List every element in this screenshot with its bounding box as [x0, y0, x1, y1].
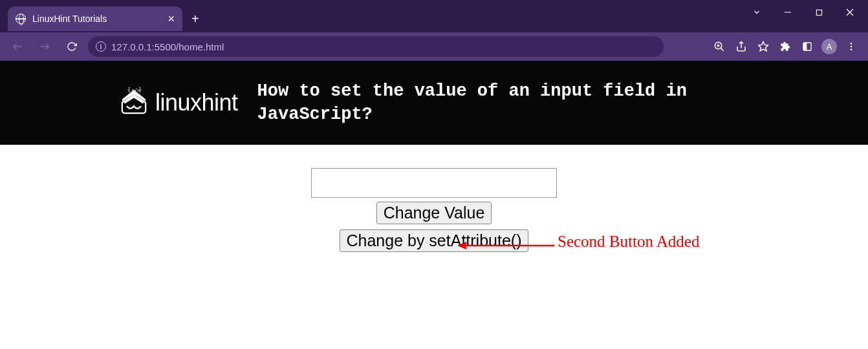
svg-text:{: {	[127, 87, 131, 93]
zoom-icon[interactable]	[709, 36, 730, 57]
logo-text: linuxhint	[155, 89, 238, 116]
page-header: { </> } linuxhint How to set the value o…	[0, 61, 868, 145]
logo: { </> } linuxhint	[115, 83, 238, 123]
new-tab-button[interactable]: +	[191, 12, 199, 26]
svg-point-15	[851, 46, 852, 48]
site-info-icon[interactable]: i	[96, 41, 106, 52]
profile-avatar[interactable]: A	[819, 36, 840, 57]
svg-point-14	[851, 43, 852, 45]
browser-titlebar: LinuxHint Tutorials × +	[0, 0, 868, 32]
chevron-down-icon[interactable]	[741, 3, 772, 22]
svg-point-16	[851, 48, 852, 50]
extensions-icon[interactable]	[775, 36, 796, 57]
text-input[interactable]	[311, 168, 557, 198]
svg-rect-13	[803, 43, 807, 50]
address-bar[interactable]: i 127.0.0.1:5500/home.html	[88, 36, 664, 57]
maximize-button[interactable]	[803, 3, 834, 22]
globe-icon	[16, 14, 26, 24]
svg-text:}: }	[138, 87, 142, 93]
menu-icon[interactable]	[841, 36, 862, 57]
tab-title: LinuxHint Tutorials	[32, 14, 161, 24]
bookmark-star-icon[interactable]	[753, 36, 774, 57]
logo-icon: { </> }	[115, 83, 153, 123]
page-title: How to set the value of an input field i…	[257, 79, 723, 127]
arrow-icon	[457, 240, 558, 251]
change-value-button[interactable]: Change Value	[376, 202, 492, 224]
annotation-text: Second Button Added	[558, 233, 699, 251]
svg-line-7	[721, 48, 724, 51]
share-icon[interactable]	[731, 36, 752, 57]
address-bar-row: i 127.0.0.1:5500/home.html A	[0, 32, 868, 61]
close-window-button[interactable]	[834, 3, 865, 22]
annotation: Second Button Added	[558, 233, 699, 251]
svg-rect-1	[816, 10, 821, 15]
svg-marker-21	[457, 242, 466, 249]
close-tab-icon[interactable]: ×	[168, 12, 175, 26]
back-button[interactable]	[6, 36, 28, 58]
url-text: 127.0.0.1:5500/home.html	[111, 41, 224, 52]
forward-button[interactable]	[34, 36, 56, 58]
svg-marker-11	[759, 42, 768, 51]
reload-button[interactable]	[61, 36, 83, 58]
browser-tab[interactable]: LinuxHint Tutorials ×	[8, 6, 182, 31]
side-panel-icon[interactable]	[797, 36, 818, 57]
minimize-button[interactable]	[772, 3, 803, 22]
